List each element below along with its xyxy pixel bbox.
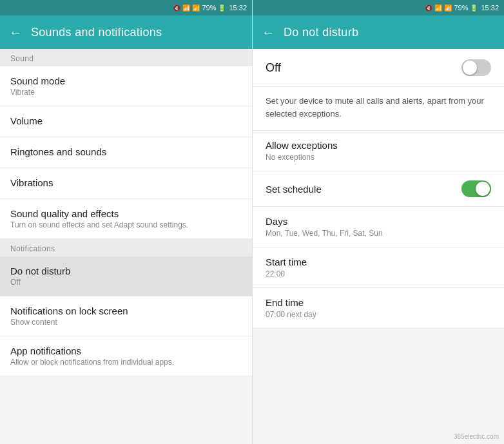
sound-quality-title: Sound quality and effects (10, 208, 242, 219)
days-subtitle: Mon, Tue, Wed, Thu, Fri, Sat, Sun (266, 229, 491, 238)
do-not-disturb-subtitle: Off (10, 278, 242, 287)
time-left: 15:32 (229, 4, 247, 12)
vibrations-title: Vibrations (10, 177, 242, 188)
right-status-bar: 🔇 📶 📶 79% 🔋 15:32 (253, 0, 504, 15)
volume-title: Volume (10, 115, 242, 126)
ringtones-title: Ringtones and sounds (10, 146, 242, 157)
menu-item-ringtones[interactable]: Ringtones and sounds (0, 137, 252, 168)
right-item-start-time[interactable]: Start time 22:00 (253, 247, 504, 288)
description-text: Set your device to mute all calls and al… (266, 96, 484, 119)
lock-screen-subtitle: Show content (10, 318, 242, 327)
right-top-bar: ← Do not disturb (253, 15, 504, 49)
app-notifications-title: App notifications (10, 345, 242, 356)
right-signal-icon: 📶 (444, 5, 452, 12)
mute-icon: 🔇 (173, 5, 180, 12)
do-not-disturb-title: Do not disturb (10, 265, 242, 276)
main-toggle-knob (463, 61, 477, 75)
days-title: Days (266, 216, 491, 227)
allow-exceptions-title: Allow exceptions (266, 140, 491, 151)
main-toggle-label: Off (266, 61, 281, 75)
lock-screen-title: Notifications on lock screen (10, 305, 242, 316)
left-status-bar: 🔇 📶 📶 79% 🔋 15:32 (0, 0, 252, 15)
start-time-title: Start time (266, 256, 491, 267)
allow-exceptions-subtitle: No exceptions (266, 153, 491, 162)
set-schedule-toggle[interactable] (461, 180, 491, 197)
start-time-subtitle: 22:00 (266, 269, 491, 278)
battery-text: 79% (202, 4, 216, 12)
right-item-set-schedule[interactable]: Set schedule (253, 171, 504, 207)
right-time: 15:32 (481, 4, 499, 12)
main-toggle-row[interactable]: Off (253, 49, 504, 87)
main-toggle-switch[interactable] (461, 59, 491, 76)
right-item-end-time[interactable]: End time 07:00 next day (253, 288, 504, 329)
right-battery-icon: 🔋 (470, 5, 478, 12)
sound-mode-title: Sound mode (10, 75, 242, 86)
section-sound: Sound (0, 49, 252, 66)
right-item-days[interactable]: Days Mon, Tue, Wed, Thu, Fri, Sat, Sun (253, 207, 504, 247)
menu-item-app-notifications[interactable]: App notifications Allow or block notific… (0, 336, 252, 376)
menu-item-vibrations[interactable]: Vibrations (0, 168, 252, 199)
sound-mode-subtitle: Vibrate (10, 88, 242, 97)
app-notifications-subtitle: Allow or block notifications from indivi… (10, 358, 242, 367)
right-battery-text: 79% (454, 4, 468, 12)
left-status-icons: 🔇 📶 📶 79% 🔋 15:32 (173, 4, 247, 12)
right-panel: 🔇 📶 📶 79% 🔋 15:32 ← Do not disturb Off S… (252, 0, 504, 444)
set-schedule-knob (476, 182, 490, 196)
right-status-icons: 🔇 📶 📶 79% 🔋 15:32 (425, 4, 499, 12)
left-top-bar: ← Sounds and notifications (0, 15, 252, 49)
section-notifications: Notifications (0, 239, 252, 256)
left-panel: 🔇 📶 📶 79% 🔋 15:32 ← Sounds and notificat… (0, 0, 252, 444)
right-wifi-icon: 📶 (434, 5, 442, 12)
right-back-button[interactable]: ← (262, 25, 275, 40)
left-page-title: Sounds and notifications (31, 26, 162, 39)
end-time-subtitle: 07:00 next day (266, 310, 491, 319)
menu-item-sound-quality[interactable]: Sound quality and effects Turn on sound … (0, 199, 252, 239)
watermark: 365electric.com (454, 433, 499, 440)
menu-item-lock-screen[interactable]: Notifications on lock screen Show conten… (0, 296, 252, 336)
wifi-icon: 📶 (182, 5, 190, 12)
menu-item-volume[interactable]: Volume (0, 106, 252, 137)
left-back-button[interactable]: ← (9, 25, 22, 40)
right-page-title: Do not disturb (284, 26, 358, 39)
menu-item-do-not-disturb[interactable]: Do not disturb Off (0, 256, 252, 296)
battery-icon: 🔋 (218, 5, 226, 12)
signal-icon: 📶 (192, 5, 200, 12)
end-time-title: End time (266, 297, 491, 308)
right-mute-icon: 🔇 (425, 5, 432, 12)
right-item-allow-exceptions[interactable]: Allow exceptions No exceptions (253, 131, 504, 171)
right-content: Off Set your device to mute all calls an… (253, 49, 504, 444)
sound-quality-subtitle: Turn on sound effects and set Adapt soun… (10, 220, 242, 229)
set-schedule-title: Set schedule (266, 184, 322, 195)
description-row: Set your device to mute all calls and al… (253, 87, 504, 131)
menu-item-sound-mode[interactable]: Sound mode Vibrate (0, 66, 252, 106)
